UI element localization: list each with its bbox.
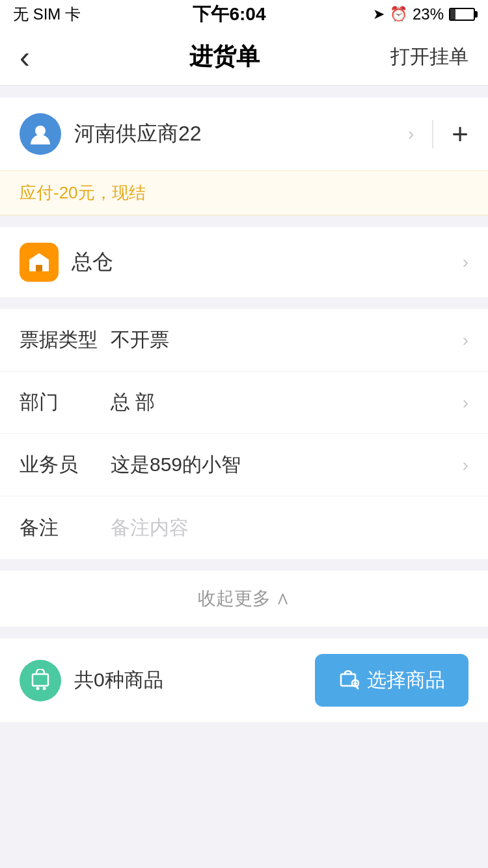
collapse-label: 收起更多 ∧ [198,586,291,611]
select-product-icon [338,670,359,691]
supplier-row[interactable]: 河南供应商22 › + [0,98,488,170]
notice-text: 应付-20元，现结 [20,183,146,202]
department-value: 总 部 [98,389,463,416]
user-icon [29,122,52,146]
invoice-type-row[interactable]: 票据类型 不开票 › [0,309,488,372]
department-row[interactable]: 部门 总 部 › [0,372,488,434]
battery-icon [449,8,475,21]
svg-point-0 [35,126,46,136]
warehouse-section[interactable]: 总仓 › [0,227,488,297]
product-count-label: 共0种商品 [74,667,302,694]
bottom-bar: 共0种商品 选择商品 [0,638,488,722]
supplier-chevron-icon: › [408,124,414,144]
salesperson-label: 业务员 [20,452,98,478]
alarm-icon: ⏰ [390,6,407,23]
nav-bar: ‹ 进货单 打开挂单 [0,29,488,86]
remarks-label: 备注 [20,515,98,541]
svg-point-4 [36,686,40,690]
remarks-row[interactable]: 备注 备注内容 [0,496,488,559]
status-left: 无 SIM 卡 [13,4,86,25]
product-icon-wrap [20,660,61,701]
back-button[interactable]: ‹ [20,39,59,75]
supplier-section: 河南供应商22 › + 应付-20元，现结 [0,98,488,215]
page-title: 进货单 [189,41,260,73]
salesperson-row[interactable]: 业务员 这是859的小智 › [0,434,488,496]
battery-label: 23% [413,5,444,23]
select-product-label: 选择商品 [367,667,445,694]
salesperson-value: 这是859的小智 [98,452,463,478]
invoice-type-chevron-icon: › [463,330,468,351]
collapse-button[interactable]: 收起更多 ∧ [0,571,488,627]
location-icon: ➤ [373,6,385,23]
warehouse-name: 总仓 [72,248,463,277]
carrier-label: 无 SIM 卡 [13,4,81,25]
warehouse-icon-wrap [20,243,59,282]
svg-rect-3 [33,674,48,686]
status-bar: 无 SIM 卡 下午6:04 ➤ ⏰ 23% [0,0,488,29]
salesperson-chevron-icon: › [463,455,468,476]
cart-icon [29,669,52,692]
invoice-type-value: 不开票 [98,327,463,353]
supplier-divider [432,120,433,148]
warehouse-chevron-icon: › [463,252,468,273]
status-right: ➤ ⏰ 23% [373,5,475,23]
notice-banner: 应付-20元，现结 [0,170,488,215]
select-product-button[interactable]: 选择商品 [315,654,468,707]
supplier-avatar [20,113,61,155]
warehouse-icon [27,251,51,274]
svg-point-5 [43,686,46,690]
time-label: 下午6:04 [193,2,265,27]
open-pending-button[interactable]: 打开挂单 [390,44,468,70]
invoice-type-label: 票据类型 [20,327,98,353]
add-supplier-button[interactable]: + [452,120,468,148]
svg-rect-2 [36,265,42,271]
supplier-name: 河南供应商22 [74,120,408,148]
department-label: 部门 [20,389,98,416]
remarks-input[interactable]: 备注内容 [98,515,468,541]
gray-area [0,722,488,868]
form-section: 票据类型 不开票 › 部门 总 部 › 业务员 这是859的小智 › 备注 备注… [0,309,488,559]
department-chevron-icon: › [463,392,468,413]
